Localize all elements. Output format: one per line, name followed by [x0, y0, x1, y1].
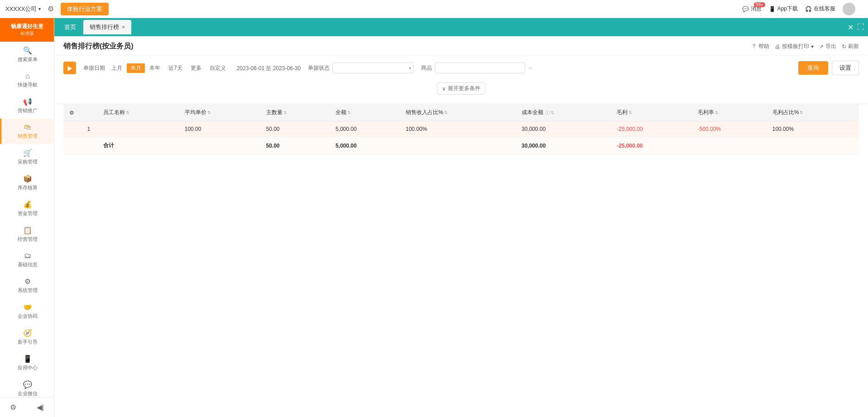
- row-sales-pct-cell: 100.00%: [400, 121, 516, 137]
- row-qty-cell: 50.00: [261, 121, 330, 137]
- content-area: 首页 销售排行榜 × ✕ ⛶ 销售排行榜(按业务员) ？ 帮助: [54, 18, 868, 417]
- tab-close-icon[interactable]: ×: [122, 24, 125, 30]
- data-table: ⚙ 员工名称 ⇅ 平均单价 ⇅: [63, 104, 859, 154]
- sidebar-item-finance[interactable]: 💰 资金管理: [0, 196, 54, 221]
- footer-gross-rate-cell: [692, 137, 767, 154]
- sidebar-item-system[interactable]: ⚙ 系统管理: [0, 273, 54, 298]
- th-gross-pct-sort[interactable]: 毛利占比% ⇅: [772, 109, 804, 116]
- sidebar-item-purchase[interactable]: 🛒 采购管理: [0, 144, 54, 170]
- guide-icon: 🧭: [23, 329, 32, 337]
- sidebar-item-wechat[interactable]: 💬 企业微信: [0, 376, 54, 397]
- sidebar-item-system-label: 系统管理: [18, 287, 38, 294]
- sidebar-bottom: ⚙ ◀|: [0, 397, 54, 417]
- filter-expand-arrow[interactable]: ▶: [63, 62, 76, 74]
- export-label: 导出: [825, 43, 836, 50]
- company-selector[interactable]: XXXXX公司 ▾: [5, 5, 41, 13]
- status-select-wrap: ▾: [332, 62, 414, 73]
- top-right-area: 💬 消息 99+ 📱 App下载 🎧 在线客服: [742, 3, 863, 15]
- sidebar-item-guide[interactable]: 🧭 新手引导: [0, 324, 54, 350]
- filter-area: ▶ 单据日期 上月 本月 本年 近7天 更多 自定义: [54, 55, 868, 104]
- th-cost-sort[interactable]: 成本全额 ⓘ ⇅: [522, 109, 554, 116]
- th-name: 员工名称 ⇅: [98, 104, 179, 121]
- tab-bar-close-icon[interactable]: ✕: [848, 23, 854, 32]
- th-avg-price: 平均单价 ⇅: [179, 104, 261, 121]
- ops-icon: 📋: [23, 226, 32, 235]
- cost-info-icon[interactable]: ⓘ: [545, 110, 550, 116]
- sidebar-item-marketing[interactable]: 📢 营销推广: [0, 93, 54, 119]
- app-download-button[interactable]: 📱 App下载: [769, 5, 798, 13]
- date-tab-custom[interactable]: 自定义: [206, 63, 230, 73]
- goods-filter: 商品 ···: [421, 62, 532, 73]
- th-settings: ⚙: [63, 104, 80, 121]
- sidebar-collapse-btn[interactable]: ◀|: [33, 401, 48, 413]
- row-settings-cell: [63, 121, 80, 137]
- more-filters-icon[interactable]: ···: [528, 65, 532, 71]
- sort-icon-sales-pct: ⇅: [444, 110, 448, 115]
- date-tabs: 上月 本月 本年 近7天 更多 自定义: [108, 63, 230, 73]
- sidebar-item-inventory[interactable]: 📦 库存核算: [0, 170, 54, 196]
- sidebar-item-nav[interactable]: ⌂ 快捷导航: [0, 67, 54, 93]
- filter-settings-button[interactable]: 设置: [832, 61, 859, 75]
- print-icon: 🖨: [775, 43, 780, 50]
- filter-right-actions: 查询 设置: [798, 61, 859, 75]
- table-footer: 合计 50.00 5,000.00 30,000.00 -25,000.00: [63, 137, 859, 154]
- th-gross-sort[interactable]: 毛利 ⇅: [617, 109, 632, 116]
- company-name: XXXXX公司: [5, 5, 37, 13]
- tab-home[interactable]: 首页: [58, 20, 82, 34]
- th-amount-sort[interactable]: 全额 ⇅: [336, 109, 351, 116]
- date-tab-more[interactable]: 更多: [187, 63, 205, 73]
- sidebar-item-ops-label: 经营管理: [18, 236, 38, 243]
- search-icon: 🔍: [23, 46, 32, 55]
- sidebar-item-inventory-label: 库存核算: [18, 184, 38, 191]
- expand-more-button[interactable]: ∨ 展开更多条件: [437, 82, 485, 95]
- goods-input[interactable]: [435, 62, 525, 73]
- system-icon: ⚙: [24, 277, 31, 286]
- sidebar-item-guide-label: 新手引导: [18, 339, 38, 345]
- avatar[interactable]: [843, 3, 855, 15]
- trial-button[interactable]: 体验行业方案: [61, 3, 109, 15]
- chevron-down-expand-icon: ∨: [442, 86, 446, 92]
- help-button[interactable]: ？ 帮助: [751, 43, 769, 50]
- sidebar: 畅康通好生意 标准版 🔍 搜索菜单 ⌂ 快捷导航 📢 营销推广 🛍 销售管理 🛒: [0, 18, 54, 417]
- th-gross: 毛利 ⇅: [611, 104, 692, 121]
- status-select[interactable]: [332, 62, 414, 73]
- th-gross-rate-sort[interactable]: 毛利率 ⇅: [698, 109, 719, 116]
- th-gross-rate-label: 毛利率: [698, 109, 714, 116]
- sidebar-item-search[interactable]: 🔍 搜索菜单: [0, 42, 54, 67]
- export-button[interactable]: ↗ 导出: [819, 43, 836, 50]
- sidebar-settings-btn[interactable]: ⚙: [6, 401, 20, 413]
- date-tab-this-year[interactable]: 本年: [146, 63, 164, 73]
- date-tab-7days[interactable]: 近7天: [165, 63, 186, 73]
- sidebar-item-corp[interactable]: 🤝 企业协同: [0, 298, 54, 324]
- footer-gross-cell: -25,000.00: [611, 137, 692, 154]
- refresh-button[interactable]: ↻ 刷新: [842, 43, 859, 50]
- sidebar-item-sales-label: 销售管理: [18, 133, 38, 139]
- th-sales-pct-sort[interactable]: 销售收入占比% ⇅: [406, 109, 448, 116]
- settings-icon[interactable]: ⚙: [44, 3, 57, 15]
- online-service-button[interactable]: 🎧 在线客服: [805, 5, 835, 13]
- tab-sales-ranking-label: 销售排行榜: [90, 23, 119, 31]
- date-filter: 单据日期 上月 本月 本年 近7天 更多 自定义: [83, 63, 230, 73]
- sidebar-item-base-label: 基础信息: [18, 261, 38, 268]
- sidebar-item-apps-label: 应用中心: [18, 364, 38, 371]
- table-head: ⚙ 员工名称 ⇅ 平均单价 ⇅: [63, 104, 859, 121]
- print-button[interactable]: 🖨 按模板打印 ▾: [775, 43, 814, 50]
- th-rank: [80, 104, 98, 121]
- date-tab-this-month[interactable]: 本月: [127, 63, 145, 73]
- tab-sales-ranking[interactable]: 销售排行榜 ×: [83, 20, 131, 34]
- message-button[interactable]: 💬 消息 99+: [742, 5, 762, 13]
- row-avg-price-cell: 100.00: [179, 121, 261, 137]
- footer-label-cell: 合计: [98, 137, 179, 154]
- table-header-row: ⚙ 员工名称 ⇅ 平均单价 ⇅: [63, 104, 859, 121]
- sidebar-item-apps[interactable]: 📱 应用中心: [0, 350, 54, 376]
- date-tab-last-month[interactable]: 上月: [108, 63, 126, 73]
- sidebar-item-base[interactable]: 🗂 基础信息: [0, 247, 54, 273]
- th-qty-sort[interactable]: 主数量 ⇅: [266, 109, 287, 116]
- th-avg-price-sort[interactable]: 平均单价 ⇅: [185, 109, 211, 116]
- logo-area: 畅康通好生意 标准版: [0, 18, 54, 42]
- sidebar-item-sales[interactable]: 🛍 销售管理: [0, 119, 54, 144]
- tab-bar-maximize-icon[interactable]: ⛶: [857, 23, 864, 31]
- query-button[interactable]: 查询: [798, 61, 828, 75]
- sidebar-item-ops[interactable]: 📋 经营管理: [0, 221, 54, 247]
- th-name-sort[interactable]: 员工名称 ⇅: [103, 109, 129, 116]
